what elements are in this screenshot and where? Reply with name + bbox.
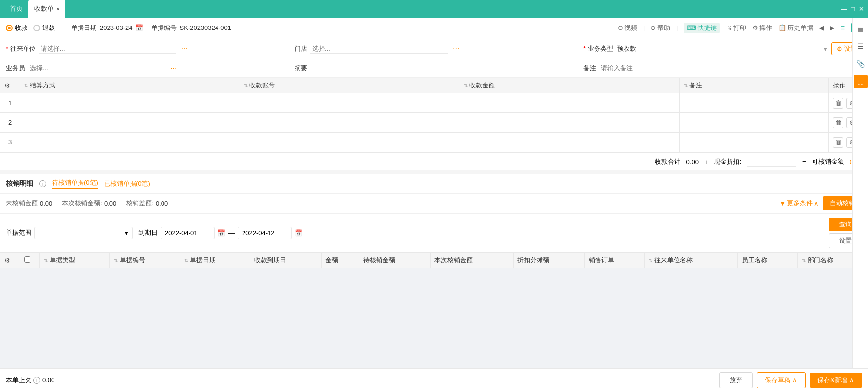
customer-input[interactable] <box>39 44 176 54</box>
sidebar-icon-attach[interactable]: 📎 <box>854 57 868 71</box>
date-field: 单据日期 2023-03-24 📅 <box>71 24 143 32</box>
save-new-button[interactable]: 保存&新增 ∧ <box>810 373 862 388</box>
cell-remark-2[interactable] <box>679 113 828 133</box>
summary-input[interactable] <box>310 63 448 73</box>
total-label: 收款合计 <box>655 157 680 166</box>
table-row: 3 🗑 ⊕ <box>0 133 868 152</box>
staff-more-icon[interactable]: ··· <box>170 64 177 73</box>
tab-close-icon[interactable]: × <box>56 6 59 12</box>
unverified-label: 未核销金额 <box>6 199 38 208</box>
unverified-stat: 未核销金额 0.00 <box>6 199 52 208</box>
refund-radio[interactable]: 退款 <box>33 24 55 32</box>
bottom-col-settings[interactable]: ⚙ <box>0 253 20 268</box>
footer: 本单上欠 i 0.00 放弃 保存草稿 ∧ 保存&新增 ∧ <box>0 368 868 391</box>
print-btn[interactable]: 🖨 打印 <box>726 24 746 32</box>
minimize-btn[interactable]: — <box>841 5 847 13</box>
biz-type-field: 业务类型 预收款 ▾ ⚙ 设置 <box>583 42 862 55</box>
sidebar-icon-table[interactable]: ▦ <box>854 22 868 35</box>
divider1 <box>63 23 63 33</box>
delete-row-btn-1[interactable]: 🗑 <box>833 98 843 109</box>
date-start-input[interactable] <box>161 227 215 239</box>
net-label: 可核销金额 <box>812 157 844 166</box>
store-more-icon[interactable]: ··· <box>453 44 459 53</box>
select-all-checkbox[interactable] <box>24 256 30 263</box>
stats-right: ▼ 更多条件 ∧ 自动核销 <box>779 196 862 210</box>
cell-amount-1[interactable] <box>460 93 679 113</box>
customer-more-icon[interactable]: ··· <box>181 44 188 53</box>
biz-type-arrow-icon[interactable]: ▾ <box>824 45 827 53</box>
table-settings-icon: ⚙ <box>4 82 10 89</box>
cell-remark-1[interactable] <box>679 93 828 113</box>
docnum-field: 单据编号 SK-20230324-001 <box>151 24 232 32</box>
cell-account-2[interactable] <box>240 113 460 133</box>
list-view-btn[interactable]: ≡ <box>841 24 845 32</box>
date-end-input[interactable] <box>238 227 292 239</box>
range-select[interactable]: ▾ <box>34 227 133 239</box>
footer-info-icon[interactable]: i <box>33 377 40 384</box>
receipt-table: ⚙ ⇅ 结算方式 ⇅ 收款账号 ⇅ 收款金额 ⇅ <box>0 78 868 152</box>
toolbar-right-actions: ⊙ 视频 | ⊙ 帮助 | ⌨ 快捷键 🖨 打印 ⚙ 操作 📋 历史单据 ◀ ▶… <box>618 23 862 33</box>
store-field: 门店 ··· <box>295 44 573 54</box>
remark-input[interactable] <box>599 63 862 73</box>
docnum-value[interactable]: SK-20230324-001 <box>180 24 232 31</box>
col-settings[interactable]: ⚙ <box>0 78 20 93</box>
discount-input[interactable] <box>747 157 796 167</box>
sidebar-icon-crop[interactable]: ⬚ <box>854 75 868 88</box>
receipt-table-container: ⚙ ⇅ 结算方式 ⇅ 收款账号 ⇅ 收款金额 ⇅ <box>0 78 868 152</box>
stats-row: 未核销金额 0.00 本次核销金额: 0.00 核销差额: 0.00 ▼ 更多条… <box>0 194 868 214</box>
store-label: 门店 <box>295 44 307 53</box>
tab-home[interactable]: 首页 <box>4 0 28 18</box>
diff-stat: 核销差额: 0.00 <box>126 199 168 208</box>
cell-payment-1[interactable] <box>20 93 240 113</box>
customer-label: 往来单位 <box>6 44 36 53</box>
operation-btn[interactable]: ⚙ 操作 <box>752 24 772 32</box>
next-btn[interactable]: ▶ <box>830 24 835 31</box>
receipt-radio-label: 收款 <box>15 24 27 32</box>
shortcut-btn[interactable]: ⌨ 快捷键 <box>684 23 720 33</box>
receipt-radio[interactable]: 收款 <box>6 24 27 32</box>
help-btn[interactable]: ⊙ 帮助 <box>651 24 670 32</box>
abandon-button[interactable]: 放弃 <box>719 372 753 388</box>
sort-icon-c: ⇅ <box>184 258 188 263</box>
more-conditions-label: 更多条件 <box>787 199 813 208</box>
bottom-col-current: 本次核销金额 <box>431 253 514 268</box>
sort-icon4: ⇅ <box>684 83 688 88</box>
calendar-end-icon[interactable]: 📅 <box>295 229 302 237</box>
calendar-start-icon[interactable]: 📅 <box>217 229 225 237</box>
chevron-up-icon: ∧ <box>814 200 819 207</box>
date-value[interactable]: 2023-03-24 <box>100 24 133 31</box>
summary-label: 摘要 <box>295 64 307 73</box>
cell-amount-2[interactable] <box>460 113 679 133</box>
biz-type-value[interactable]: 预收款 <box>617 44 636 53</box>
verification-info-icon[interactable]: i <box>39 180 46 187</box>
video-btn[interactable]: ⊙ 视频 <box>618 24 637 32</box>
range-select-arrow: ▾ <box>125 229 128 237</box>
close-btn[interactable]: ✕ <box>859 5 864 13</box>
calendar-icon[interactable]: 📅 <box>136 24 143 31</box>
prev-btn[interactable]: ◀ <box>819 24 824 31</box>
tab-receipt[interactable]: 收款单 × <box>28 0 65 18</box>
delete-row-btn-2[interactable]: 🗑 <box>833 117 843 128</box>
pending-tab[interactable]: 待核销单据(0笔) <box>52 178 98 189</box>
cell-amount-3[interactable] <box>460 133 679 152</box>
maximize-btn[interactable]: □ <box>851 5 855 13</box>
cell-payment-3[interactable] <box>20 133 240 152</box>
store-input[interactable] <box>310 44 448 54</box>
tab-bar: 首页 收款单 × — □ ✕ <box>0 0 868 18</box>
more-conditions-btn[interactable]: ▼ 更多条件 ∧ <box>779 199 819 208</box>
table-row: 2 🗑 ⊕ <box>0 113 868 133</box>
cell-remark-3[interactable] <box>679 133 828 152</box>
history-btn[interactable]: 📋 历史单据 <box>778 24 813 32</box>
cell-account-1[interactable] <box>240 93 460 113</box>
bottom-col-checkbox[interactable] <box>20 253 40 268</box>
cell-account-3[interactable] <box>240 133 460 152</box>
done-tab[interactable]: 已核销单据(0笔) <box>104 179 150 188</box>
save-draft-button[interactable]: 保存草稿 ∧ <box>757 372 806 388</box>
staff-input[interactable] <box>28 63 165 73</box>
receipt-type-group: 收款 退款 <box>6 24 55 32</box>
save-new-arrow-icon: ∧ <box>849 376 854 384</box>
footer-info: 本单上欠 i 0.00 <box>6 376 54 385</box>
cell-payment-2[interactable] <box>20 113 240 133</box>
delete-row-btn-3[interactable]: 🗑 <box>833 137 843 148</box>
sidebar-icon-doc[interactable]: ☰ <box>854 39 868 53</box>
